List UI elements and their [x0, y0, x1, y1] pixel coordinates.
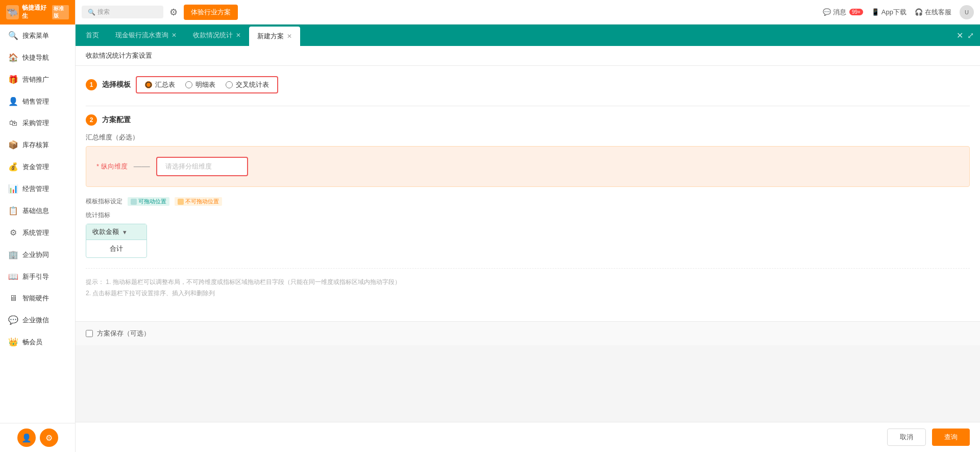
- template-radio-group: 汇总表 明细表 交叉统计表: [136, 76, 278, 93]
- sidebar-bottom: 👤 ⚙: [0, 423, 75, 452]
- sidebar-item-sales[interactable]: 👤 销售管理: [0, 90, 75, 112]
- step2-section: 2 方案配置 汇总维度（必选） * 纵向维度 —— 请选择分组维度: [86, 106, 970, 299]
- tab-new-plan-label: 新建方案: [257, 32, 284, 41]
- tab-bar: 首页 现金银行流水查询 ✕ 收款情况统计 ✕ 新建方案 ✕ ✕ ⤢: [76, 25, 980, 46]
- crown-icon: 👑: [8, 337, 18, 347]
- dimension-input[interactable]: 请选择分组维度: [156, 157, 248, 176]
- sidebar-item-hardware[interactable]: 🖥 智能硬件: [0, 288, 75, 309]
- sidebar-item-weixin[interactable]: 💬 企业微信: [0, 309, 75, 331]
- tab-collection-stat-close[interactable]: ✕: [236, 32, 241, 39]
- step1-number: 1: [86, 79, 97, 90]
- sidebar-label-hardware: 智能硬件: [22, 294, 49, 303]
- building-icon: 🏢: [8, 250, 18, 259]
- money-icon: 💰: [8, 162, 18, 172]
- sidebar-badge: 标准版: [52, 5, 69, 19]
- radio-detail-label: 明细表: [195, 80, 215, 89]
- dimension-arrow: ——: [134, 162, 150, 171]
- radio-detail-input[interactable]: [185, 81, 192, 88]
- search-menu-icon: 🔍: [8, 31, 18, 40]
- cancel-button[interactable]: 取消: [887, 429, 926, 446]
- person-icon: 👤: [8, 97, 18, 106]
- sidebar-label-enterprise: 企业协同: [22, 250, 49, 259]
- sidebar-label-guide: 新手引导: [22, 272, 49, 281]
- sidebar-logo: 🐃 畅捷通好生 标准版: [0, 0, 75, 25]
- sidebar-label-basic-info: 基础信息: [22, 206, 49, 216]
- sidebar-item-member[interactable]: 👑 畅会员: [0, 331, 75, 353]
- maximize-window-icon[interactable]: ⤢: [967, 31, 974, 40]
- header-right: 💬 消息 99+ 📱 App下载 🎧 在线客服 U: [823, 5, 974, 19]
- gift-icon: 🎁: [8, 75, 18, 84]
- tab-bank-flow-close[interactable]: ✕: [172, 32, 177, 39]
- step2-number: 2: [86, 114, 97, 126]
- clipboard-icon: 📋: [8, 206, 18, 216]
- non-draggable-color-swatch: [178, 199, 184, 205]
- dimension-area: * 纵向维度 —— 请选择分组维度: [86, 146, 970, 187]
- search-box[interactable]: 🔍 搜索: [82, 6, 163, 18]
- support-item[interactable]: 🎧 在线客服: [915, 8, 951, 17]
- chat-icon: 💬: [8, 315, 18, 325]
- page-title-bar: 收款情况统计方案设置: [76, 46, 980, 66]
- sidebar-item-enterprise[interactable]: 🏢 企业协同: [0, 244, 75, 266]
- download-icon: 📱: [871, 8, 879, 16]
- chart-icon: 📊: [8, 184, 18, 194]
- step2-header: 2 方案配置: [86, 114, 970, 126]
- tab-new-plan-close[interactable]: ✕: [287, 33, 292, 40]
- sidebar-label-system: 系统管理: [22, 228, 49, 237]
- support-label: 在线客服: [925, 8, 951, 17]
- user-avatar[interactable]: U: [960, 5, 974, 19]
- step1-title: 选择模板: [102, 80, 131, 89]
- top-header: 🔍 搜索 ⚙ 体验行业方案 💬 消息 99+ 📱 App下载 🎧 在线客服 U: [76, 0, 980, 25]
- main-area: 🔍 搜索 ⚙ 体验行业方案 💬 消息 99+ 📱 App下载 🎧 在线客服 U …: [76, 0, 980, 452]
- tab-bank-flow[interactable]: 现金银行流水查询 ✕: [107, 26, 185, 45]
- query-button[interactable]: 查询: [932, 429, 970, 446]
- radio-summary-label: 汇总表: [155, 80, 175, 89]
- radio-summary-input[interactable]: [145, 81, 152, 88]
- bag-icon: 🛍: [8, 118, 18, 128]
- sidebar-label-inventory: 库存核算: [22, 140, 49, 150]
- search-icon: 🔍: [88, 9, 95, 16]
- logo-text: 畅捷通好生: [22, 4, 49, 20]
- radio-cross[interactable]: 交叉统计表: [226, 80, 269, 89]
- home-icon: 🏠: [8, 53, 18, 62]
- radio-summary[interactable]: 汇总表: [145, 80, 175, 89]
- search-placeholder-text: 搜索: [97, 8, 110, 16]
- sidebar-item-finance[interactable]: 💰 资金管理: [0, 156, 75, 178]
- notification-label: 消息: [833, 8, 846, 17]
- settings-icon[interactable]: ⚙: [169, 7, 178, 18]
- step1-header: 1 选择模板 汇总表 明细表 交叉统计表: [86, 76, 970, 93]
- sidebar-settings-icon[interactable]: ⚙: [40, 429, 58, 447]
- support-icon: 🎧: [915, 8, 923, 16]
- sidebar-label-finance: 资金管理: [22, 162, 49, 172]
- book-icon: 📖: [8, 272, 18, 281]
- sidebar-item-quick-nav[interactable]: 🏠 快捷导航: [0, 46, 75, 68]
- close-window-icon[interactable]: ✕: [957, 31, 963, 40]
- sidebar-label-marketing: 营销推广: [22, 75, 49, 84]
- radio-detail[interactable]: 明细表: [185, 80, 215, 89]
- sidebar-user-icon[interactable]: 👤: [17, 429, 36, 447]
- tab-home[interactable]: 首页: [78, 26, 107, 45]
- sidebar-item-purchase[interactable]: 🛍 采购管理: [0, 112, 75, 134]
- page-title: 收款情况统计方案设置: [86, 52, 152, 59]
- trial-button[interactable]: 体验行业方案: [184, 5, 238, 20]
- sidebar-item-basic-info[interactable]: 📋 基础信息: [0, 200, 75, 222]
- sidebar-item-search-menu[interactable]: 🔍 搜索菜单: [0, 25, 75, 46]
- download-item[interactable]: 📱 App下载: [871, 8, 906, 17]
- stats-card-sublabel: 合计: [110, 245, 123, 252]
- radio-cross-input[interactable]: [226, 81, 233, 88]
- metrics-section: 模板指标设定 可拖动位置 不可拖动位置 统计指标 收款金额: [86, 197, 970, 258]
- notification-icon: 💬: [823, 8, 831, 16]
- sidebar-item-marketing[interactable]: 🎁 营销推广: [0, 68, 75, 90]
- tab-new-plan[interactable]: 新建方案 ✕: [249, 27, 300, 46]
- notification-item[interactable]: 💬 消息 99+: [823, 8, 863, 17]
- sidebar-item-inventory[interactable]: 📦 库存核算: [0, 134, 75, 156]
- stats-card-chevron-icon[interactable]: ▾: [123, 228, 127, 236]
- stats-card-body: 合计: [86, 240, 146, 257]
- save-checkbox[interactable]: [86, 330, 93, 337]
- tab-bank-flow-label: 现金银行流水查询: [115, 31, 168, 40]
- sidebar-item-guide[interactable]: 📖 新手引导: [0, 266, 75, 288]
- sidebar-item-operations[interactable]: 📊 经营管理: [0, 178, 75, 200]
- step2-title: 方案配置: [102, 115, 131, 125]
- tab-collection-stat[interactable]: 收款情况统计 ✕: [185, 26, 249, 45]
- sidebar-item-system[interactable]: ⚙ 系统管理: [0, 222, 75, 244]
- monitor-icon: 🖥: [8, 294, 18, 303]
